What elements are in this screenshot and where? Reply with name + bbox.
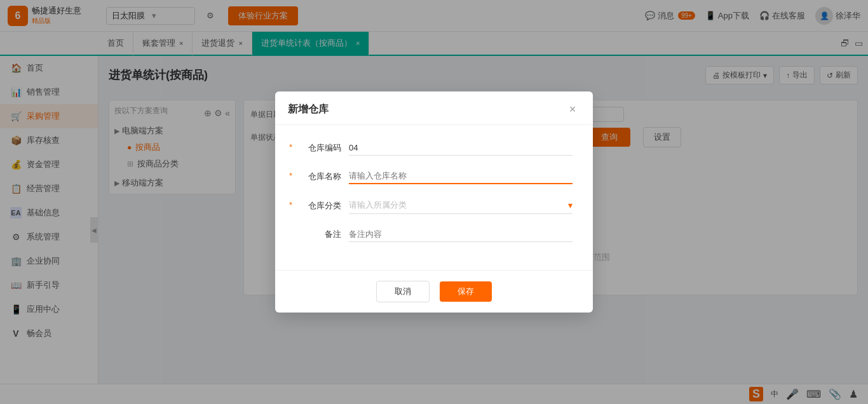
modal-body: 仓库编码 仓库名称 仓库分类 请输入所属分类 ▾ 备注 xyxy=(275,125,593,270)
form-row-category: 仓库分类 请输入所属分类 ▾ xyxy=(295,197,573,214)
remark-label: 备注 xyxy=(295,229,341,240)
modal-footer: 取消 保存 xyxy=(275,270,593,313)
code-input[interactable] xyxy=(349,140,573,156)
form-row-code: 仓库编码 xyxy=(295,140,573,156)
modal-title: 新增仓库 xyxy=(288,103,329,116)
category-placeholder: 请输入所属分类 xyxy=(349,199,407,211)
code-label: 仓库编码 xyxy=(295,142,341,154)
modal-header: 新增仓库 × xyxy=(275,91,593,125)
remark-input[interactable] xyxy=(349,227,573,242)
category-label: 仓库分类 xyxy=(295,200,341,212)
modal-overlay[interactable]: 新增仓库 × 仓库编码 仓库名称 仓库分类 请输入所属分类 ▾ 备注 xyxy=(0,0,868,404)
category-select[interactable]: 请输入所属分类 ▾ xyxy=(349,197,573,214)
name-input[interactable] xyxy=(349,168,573,184)
cancel-btn[interactable]: 取消 xyxy=(376,281,430,302)
category-arrow: ▾ xyxy=(568,200,573,210)
form-row-remark: 备注 xyxy=(295,227,573,242)
form-row-name: 仓库名称 xyxy=(295,168,573,184)
modal-close-btn[interactable]: × xyxy=(565,102,580,117)
save-btn[interactable]: 保存 xyxy=(440,281,492,302)
name-label: 仓库名称 xyxy=(295,171,341,182)
new-warehouse-modal: 新增仓库 × 仓库编码 仓库名称 仓库分类 请输入所属分类 ▾ 备注 xyxy=(275,91,593,313)
